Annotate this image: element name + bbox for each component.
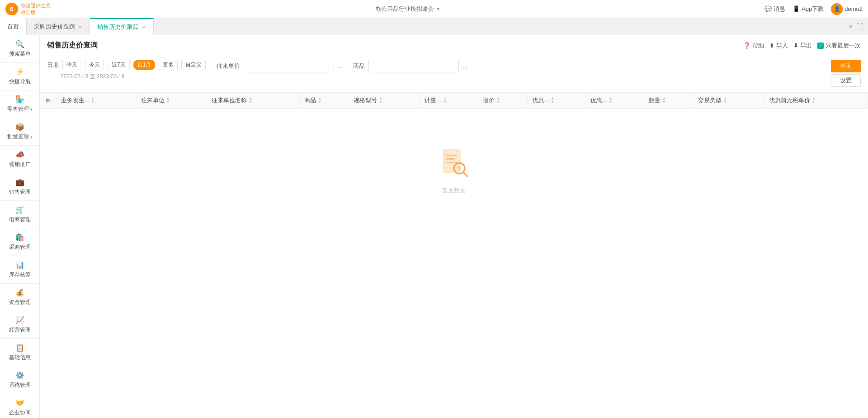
table-col-discount2[interactable]: 优惠... ▲▼ bbox=[586, 93, 644, 109]
sidebar-item-sales-mgmt[interactable]: 💼 销售管理 bbox=[0, 173, 39, 201]
main-layout: 🔍 搜索菜单 ⚡ 快捷导航 🏪 零售管理 ▾ 📦 批发管理 ▴ 📣 营销推广 bbox=[0, 35, 868, 418]
table-col-partner-code[interactable]: 往来单位 ▲▼ bbox=[136, 93, 207, 109]
tab-bar: 首页 采购历史价跟踪 × 销售历史价跟踪 × × ⛶ bbox=[0, 18, 868, 35]
sidebar-item-wholesale-mgmt[interactable]: 📦 批发管理 ▴ bbox=[0, 118, 39, 146]
settings-button[interactable]: 设置 bbox=[831, 74, 861, 87]
empty-text: 暂无数据 bbox=[442, 186, 466, 195]
sidebar-item-label-finance-mgmt: 资金管理 bbox=[9, 299, 31, 306]
workspace-selector[interactable]: 办公用品行业模拟账套 ▾ bbox=[375, 5, 440, 13]
sidebar-item-label-marketing: 营销推广 bbox=[9, 161, 31, 168]
sidebar-item-label-operations-mgmt: 经营管理 bbox=[9, 326, 31, 334]
product-filter-row: 商品 ... bbox=[353, 60, 467, 72]
sidebar-item-label-retail-mgmt: 零售管理 bbox=[7, 105, 29, 113]
sort-arrows-unit: ▲▼ bbox=[443, 97, 447, 104]
sidebar-item-label-basic-info: 基础信息 bbox=[9, 354, 31, 361]
message-button[interactable]: 💬 消息 bbox=[764, 5, 785, 13]
sidebar-item-operations-mgmt[interactable]: 📈 经营管理 bbox=[0, 311, 39, 339]
import-button[interactable]: ⬆ 导入 bbox=[769, 42, 788, 50]
sales-mgmt-icon: 💼 bbox=[15, 178, 24, 186]
sidebar-item-label-purchase-mgmt: 采购管理 bbox=[9, 243, 31, 251]
date-filter-group: 日期 昨天 今天 近7天 近1月 更多 自定义 2023-02-18 至 202… bbox=[47, 60, 206, 81]
query-button[interactable]: 查询 bbox=[831, 60, 861, 72]
table-col-quantity[interactable]: 数量 ▲▼ bbox=[644, 93, 693, 109]
sidebar-item-label-ecommerce-mgmt: 电商管理 bbox=[9, 216, 31, 223]
table-col-gear[interactable]: ⚙ bbox=[40, 93, 56, 109]
tab-sales-history-label: 销售历史价跟踪 bbox=[97, 23, 138, 31]
user-menu[interactable]: 👤 demo2 bbox=[831, 3, 863, 15]
sidebar-item-retail-mgmt[interactable]: 🏪 零售管理 ▾ bbox=[0, 90, 39, 118]
app-download-button[interactable]: 📱 App下载 bbox=[793, 5, 824, 13]
product-ellipsis-btn[interactable]: ... bbox=[462, 63, 467, 69]
only-last-checkbox[interactable]: ✓ 只看最后一次 bbox=[817, 42, 861, 50]
sidebar-item-label-system-mgmt: 系统管理 bbox=[9, 381, 31, 389]
sidebar-item-system-mgmt[interactable]: ⚙️ 系统管理 bbox=[0, 366, 39, 394]
sidebar-item-purchase-mgmt[interactable]: 🛍️ 采购管理 bbox=[0, 228, 39, 256]
svg-line-5 bbox=[463, 172, 467, 176]
partner-filter-input[interactable] bbox=[244, 60, 334, 72]
sort-arrows-trade-type: ▲▼ bbox=[723, 97, 727, 104]
basic-info-icon: 📋 bbox=[15, 343, 24, 352]
svg-rect-2 bbox=[446, 158, 455, 160]
sidebar-item-finance-mgmt[interactable]: 💰 资金管理 bbox=[0, 284, 39, 311]
sidebar-item-ecommerce-mgmt[interactable]: 🛒 电商管理 bbox=[0, 201, 39, 228]
avatar: 👤 bbox=[831, 3, 843, 15]
export-icon: ⬇ bbox=[793, 42, 798, 49]
product-filter-input[interactable] bbox=[368, 60, 459, 72]
fullscreen-icon[interactable]: ⛶ bbox=[856, 23, 863, 31]
sort-arrows-quantity: ▲▼ bbox=[662, 97, 666, 104]
ecommerce-mgmt-icon: 🛒 bbox=[15, 205, 24, 214]
tab-sales-history[interactable]: 销售历史价跟踪 × bbox=[90, 18, 153, 35]
logo-text: 畅捷通好生意 标准版 bbox=[21, 2, 51, 15]
workspace-dropdown-icon[interactable]: ▾ bbox=[437, 5, 440, 12]
top-bar: 6 畅捷通好生意 标准版 办公用品行业模拟账套 ▾ 💬 消息 📱 App下载 👤… bbox=[0, 0, 868, 18]
date-btn-1month[interactable]: 近1月 bbox=[133, 60, 156, 70]
tab-bar-actions: × ⛶ bbox=[844, 18, 868, 35]
tab-sales-history-close[interactable]: × bbox=[141, 24, 146, 31]
sidebar-item-marketing[interactable]: 📣 营销推广 bbox=[0, 146, 39, 173]
export-button[interactable]: ⬇ 导出 bbox=[793, 42, 812, 50]
sidebar-item-inventory[interactable]: 📊 库存核算 bbox=[0, 256, 39, 284]
tab-purchase-history-close[interactable]: × bbox=[78, 23, 82, 30]
content-area: 销售历史价查询 ❓ 帮助 ⬆ 导入 ⬇ 导出 ✓ bbox=[40, 35, 868, 418]
sidebar-item-basic-info[interactable]: 📋 基础信息 bbox=[0, 339, 39, 366]
message-label: 消息 bbox=[774, 5, 785, 13]
tab-home[interactable]: 首页 bbox=[0, 18, 27, 35]
table-col-unit[interactable]: 计量... ▲▼ bbox=[420, 93, 478, 109]
sort-arrows-discount2: ▲▼ bbox=[609, 97, 613, 104]
sidebar-item-enterprise-collab[interactable]: 🤝 企业协同 bbox=[0, 394, 39, 418]
date-btn-today[interactable]: 今天 bbox=[85, 60, 104, 70]
partner-filter-row: 往来单位 ... bbox=[217, 60, 342, 72]
sidebar-item-search-menu[interactable]: 🔍 搜索菜单 bbox=[0, 35, 39, 63]
tab-purchase-history[interactable]: 采购历史价跟踪 × bbox=[27, 18, 90, 35]
table-col-discount1[interactable]: 优惠... ▲▼ bbox=[528, 93, 586, 109]
table-col-product[interactable]: 商品 ▲▼ bbox=[300, 93, 349, 109]
empty-svg: ? bbox=[436, 145, 472, 181]
date-btn-custom[interactable]: 自定义 bbox=[181, 60, 206, 70]
table-col-biz-date[interactable]: 业务发生... ▲▼ bbox=[56, 93, 136, 109]
sidebar-item-label-search-menu: 搜索菜单 bbox=[9, 50, 31, 58]
sidebar-item-label-wholesale-mgmt: 批发管理 bbox=[7, 133, 29, 141]
filter-area: 日期 昨天 今天 近7天 近1月 更多 自定义 2023-02-18 至 202… bbox=[40, 54, 868, 93]
date-btn-7days[interactable]: 近7天 bbox=[108, 60, 130, 70]
svg-rect-1 bbox=[446, 155, 458, 156]
table-col-tax-free-price[interactable]: 优惠前无税单价 ▲▼ bbox=[764, 93, 868, 109]
table-col-price[interactable]: 报价 ▲▼ bbox=[478, 93, 528, 109]
product-filter-group: 商品 ... bbox=[353, 60, 467, 72]
sort-arrows-tax-free-price: ▲▼ bbox=[812, 97, 816, 104]
table-col-partner-name[interactable]: 往来单位名称 ▲▼ bbox=[207, 93, 300, 109]
date-btn-yesterday[interactable]: 昨天 bbox=[62, 60, 81, 70]
sort-arrows-partner-name: ▲▼ bbox=[249, 97, 252, 104]
help-button[interactable]: ❓ 帮助 bbox=[743, 42, 764, 50]
table-wrapper: ⚙ 业务发生... ▲▼ 往来单位 bbox=[40, 93, 868, 231]
partner-ellipsis-btn[interactable]: ... bbox=[338, 63, 342, 69]
logo-icon: 6 bbox=[5, 3, 18, 15]
page-header: 销售历史价查询 ❓ 帮助 ⬆ 导入 ⬇ 导出 ✓ bbox=[40, 35, 868, 54]
date-btn-more[interactable]: 更多 bbox=[159, 60, 178, 70]
close-all-tabs-icon[interactable]: × bbox=[849, 23, 853, 31]
workspace-name: 办公用品行业模拟账套 bbox=[375, 5, 434, 13]
app-download-icon: 📱 bbox=[793, 5, 800, 12]
sidebar-item-quick-nav[interactable]: ⚡ 快捷导航 bbox=[0, 63, 39, 90]
table-col-spec[interactable]: 规格型号 ▲▼ bbox=[349, 93, 420, 109]
retail-mgmt-icon: 🏪 bbox=[15, 95, 24, 104]
table-col-trade-type[interactable]: 交易类型 ▲▼ bbox=[693, 93, 764, 109]
